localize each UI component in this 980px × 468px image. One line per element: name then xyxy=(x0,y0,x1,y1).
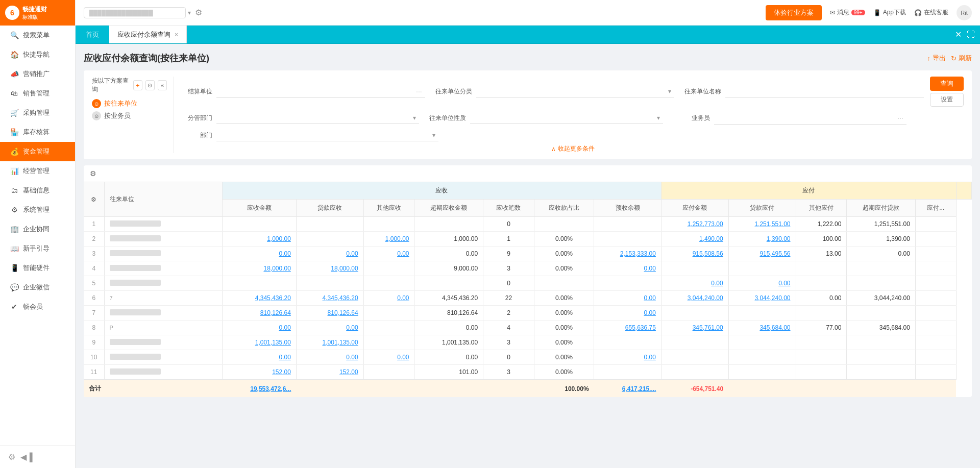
query-option-salesman[interactable]: ⊙ 按业务员 xyxy=(92,111,167,120)
collapse-more-label: 收起更多条件 xyxy=(558,144,595,153)
sales-icon: 🛍 xyxy=(10,89,19,98)
collapse-more-btn[interactable]: ∧ 收起更多条件 xyxy=(182,144,964,153)
header-search-box: ████████████████ xyxy=(84,7,186,18)
col-ap-amount: 应付金额 xyxy=(661,200,728,217)
query-option-unit[interactable]: ⊙ 按往来单位 xyxy=(92,99,167,108)
table-scroll-area[interactable]: ⚙ 往来单位 应收 应付 应收金额 贷款应收 其他应收 超期应收金额 xyxy=(84,182,972,397)
field-unit-nature: 往来单位性质 ▾ xyxy=(425,112,663,124)
user-avatar[interactable]: Rit xyxy=(957,5,972,20)
footer-ar-ratio: 100.00% xyxy=(534,380,594,397)
field-unit-name-label: 往来单位名称 xyxy=(680,87,721,96)
sidebar-bottom: ⚙ ◀▐ xyxy=(0,446,75,468)
table-settings-icon[interactable]: ⚙ xyxy=(90,169,96,178)
field-unit-category-arrow: ▾ xyxy=(668,88,671,95)
sidebar-item-sales[interactable]: 🛍 销售管理 xyxy=(0,84,75,103)
sidebar-item-purchase[interactable]: 🛒 采购管理 xyxy=(0,103,75,122)
field-settlement-dots: ··· xyxy=(416,87,422,95)
field-salesman: 业务员 ··· xyxy=(669,112,906,125)
online-service-label: 在线客服 xyxy=(924,8,948,17)
field-dept-label: 部门 xyxy=(182,131,212,140)
sidebar-item-basic-info[interactable]: 🗂 基础信息 xyxy=(0,181,75,200)
header-nav: 体验行业方案 ✉ 消息 99+ 📱 App下载 🎧 在线客服 Rit xyxy=(766,5,972,20)
col-group-ar: 应收 xyxy=(223,182,662,200)
app-logo: 6 畅捷通财 标准版 xyxy=(0,0,75,26)
col-ar-prepay: 预收余额 xyxy=(594,200,662,217)
field-settlement-unit: 结算单位 ··· xyxy=(182,85,425,98)
col-ap-loan: 贷款应付 xyxy=(728,200,796,217)
query-btn[interactable]: 查询 xyxy=(930,77,964,91)
field-unit-category-select[interactable]: ▾ xyxy=(476,86,675,97)
table-body: 1 0 1,252,773.00 1,251,551.00 1,222.00 1… xyxy=(84,217,972,380)
collapse-query-btn[interactable]: « xyxy=(158,80,167,90)
field-salesman-input[interactable]: ··· xyxy=(714,112,906,125)
field-dept-select[interactable]: ▾ xyxy=(216,130,438,141)
tab-home[interactable]: 首页 xyxy=(76,26,109,43)
query-panel-inner: 按以下方案查询 + ⊙ « ⊙ 按往来单位 ⊙ 按业务员 xyxy=(92,77,964,153)
field-salesman-label: 业务员 xyxy=(669,114,710,122)
export-btn[interactable]: ↑ 导出 xyxy=(927,54,946,63)
smart-hw-icon: 📱 xyxy=(10,263,19,273)
sidebar-item-member[interactable]: ✔ 畅会员 xyxy=(0,297,75,316)
sidebar-item-system[interactable]: ⚙ 系统管理 xyxy=(0,200,75,219)
sidebar-gear-icon[interactable]: ⚙ xyxy=(8,452,15,462)
tab-window-actions: ✕ ⛶ xyxy=(955,30,980,39)
header-gear-icon[interactable]: ⚙ xyxy=(195,8,202,17)
table-row: 11 152.00 152.00 101.00 3 0.00% xyxy=(84,365,972,380)
finance-icon: 💰 xyxy=(10,147,19,156)
sidebar-item-quick-nav[interactable]: 🏠 快捷导航 xyxy=(0,45,75,64)
app-download-label: App下载 xyxy=(883,8,906,17)
table-wrapper: ⚙ ⚙ 往来单位 应收 应付 应 xyxy=(84,165,972,397)
field-settlement-input[interactable]: ··· xyxy=(216,85,425,98)
query-label: 按以下方案查询 xyxy=(92,77,130,94)
message-badge: 99+ xyxy=(851,10,865,15)
solution-btn[interactable]: 体验行业方案 xyxy=(766,5,822,20)
tab-close-icon[interactable]: × xyxy=(175,31,178,38)
sidebar-item-guide[interactable]: 📖 新手引导 xyxy=(0,239,75,258)
col-settings-header: ⚙ xyxy=(84,182,104,217)
add-query-btn[interactable]: + xyxy=(133,80,142,90)
logo-icon: 6 xyxy=(5,6,19,20)
field-unit-nature-select[interactable]: ▾ xyxy=(470,112,663,124)
field-unit-name-input[interactable] xyxy=(725,86,924,97)
settings-query-btn[interactable]: ⊙ xyxy=(145,80,155,90)
table-row: 3 0.00 0.00 0.00 0.00 9 0.00% 2,153,333.… xyxy=(84,247,972,261)
header-dropdown-icon[interactable]: ▾ xyxy=(188,9,191,16)
footer-ar-prepay: 6,417,215.... xyxy=(594,380,662,397)
col-ap-other: 其他应付 xyxy=(796,200,847,217)
field-dept-manager-select[interactable]: ▾ xyxy=(216,112,419,124)
table-row: 5 0 0.00 0.00 xyxy=(84,276,972,291)
query-panel: 按以下方案查询 + ⊙ « ⊙ 按往来单位 ⊙ 按业务员 xyxy=(84,70,972,159)
sidebar-item-smart-hw[interactable]: 📱 智能硬件 xyxy=(0,258,75,278)
window-maximize-icon[interactable]: ⛶ xyxy=(967,30,975,39)
app-download-btn[interactable]: 📱 App下载 xyxy=(873,8,906,17)
field-unit-category-label: 往来单位分类 xyxy=(431,87,472,96)
query-option-salesman-label: 按业务员 xyxy=(104,111,131,120)
refresh-btn[interactable]: ↻ 刷新 xyxy=(951,54,972,63)
sidebar-item-finance[interactable]: 💰 资金管理 xyxy=(0,142,75,161)
field-dept-manager-label: 分管部门 xyxy=(182,114,212,122)
app-download-icon: 📱 xyxy=(873,9,881,16)
online-service-btn[interactable]: 🎧 在线客服 xyxy=(914,8,948,17)
sidebar-collapse-icon[interactable]: ◀▐ xyxy=(20,452,32,462)
query-option-salesman-icon: ⊙ xyxy=(92,111,101,120)
window-close-icon[interactable]: ✕ xyxy=(955,30,962,39)
table-row: 10 0.00 0.00 0.00 0.00 0 0.00% 0.00 xyxy=(84,350,972,365)
field-unit-nature-arrow: ▾ xyxy=(657,114,660,121)
sidebar-item-wechat[interactable]: 💬 企业微信 xyxy=(0,278,75,297)
message-btn[interactable]: ✉ 消息 99+ xyxy=(830,8,865,17)
sidebar-item-marketing[interactable]: 📣 营销推广 xyxy=(0,64,75,84)
query-row-2: 分管部门 ▾ 往来单位性质 ▾ xyxy=(182,112,964,125)
inventory-icon: 🏪 xyxy=(10,128,19,137)
field-dept-manager-arrow: ▾ xyxy=(413,114,416,121)
main-area: ████████████████ ▾ ⚙ 体验行业方案 ✉ 消息 99+ 📱 A… xyxy=(76,0,980,468)
sidebar-item-operations[interactable]: 📊 经营管理 xyxy=(0,161,75,181)
field-unit-name: 往来单位名称 xyxy=(680,86,924,97)
sidebar-item-inventory[interactable]: 🏪 库存核算 xyxy=(0,122,75,142)
settings-btn[interactable]: 设置 xyxy=(930,93,964,107)
sidebar-item-search[interactable]: 🔍 搜索菜单 xyxy=(0,26,75,45)
sidebar-item-enterprise[interactable]: 🏢 企业协同 xyxy=(0,219,75,239)
tab-ar-query[interactable]: 应收应付余额查询 × xyxy=(109,26,187,43)
system-icon: ⚙ xyxy=(10,205,19,214)
search-icon: 🔍 xyxy=(10,31,19,40)
col-ar-count: 应收笔数 xyxy=(483,200,534,217)
